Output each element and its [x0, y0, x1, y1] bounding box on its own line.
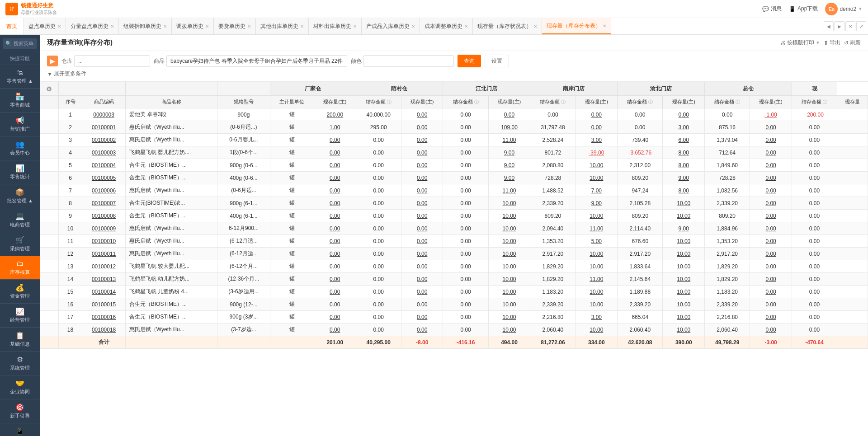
filter-row-1: ▶ 仓库 商品 颜色 查询 设置 [47, 55, 861, 67]
table-row: 1000100009惠氏启赋（Wyeth illu...6-12月900...罐… [40, 222, 868, 235]
sidebar-item-basic-info[interactable]: 📋 基础信息 [0, 328, 40, 352]
setting-button[interactable]: 设置 [485, 55, 509, 67]
sidebar-quick-nav[interactable]: 快捷导航 [0, 52, 40, 65]
sidebar-item-app-center[interactable]: 📱 应用中心 [0, 423, 40, 436]
user-avatar[interactable]: Ea demo2 ▼ [825, 3, 863, 15]
sidebar-item-inventory[interactable]: 🗂 库存核算 [0, 256, 40, 280]
sidebar-item-ecommerce[interactable]: 💻 电商管理 [0, 208, 40, 232]
retail-mgmt-icon: 🛍 [2, 69, 38, 77]
sidebar-item-wholesale[interactable]: 📦 批发管理 ▲ [0, 184, 40, 208]
warehouse-input[interactable] [74, 55, 150, 67]
tab-close-inventory-count[interactable]: ✕ [57, 24, 61, 29]
tab-transfer[interactable]: 调拨单历史 ✕ [172, 18, 214, 34]
system-icon: ⚙ [2, 355, 38, 364]
goods-input[interactable] [166, 55, 347, 67]
table-group-header-row: ⚙ 厂家仓 陌村仓 江北门店 南岸门店 渝北门店 总仓 现 [40, 82, 868, 96]
th-gear: ⚙ [40, 82, 59, 96]
sidebar-label-ecommerce: 电商管理 [2, 221, 38, 228]
finance-icon: 💰 [2, 283, 38, 292]
query-button[interactable]: 查询 [458, 55, 481, 67]
tab-close-cost-adjust[interactable]: ✕ [464, 24, 468, 29]
sidebar-label-operations: 经营管理 [2, 317, 38, 323]
expand-conditions-btn[interactable]: ▼ 展开更多条件 [47, 70, 861, 78]
table-row: 1700100016合生元（BIOSTIME）...900g (3岁...罐0.… [40, 311, 868, 323]
tab-fullscreen-btn[interactable]: ⤢ [856, 21, 866, 31]
table-row: 800100007合生元(BIOSTIME)浓...900g (6-1...罐0… [40, 197, 868, 210]
user-dropdown-icon: ▼ [858, 6, 863, 11]
sidebar-item-purchase[interactable]: 🛒 采购管理 [0, 232, 40, 256]
refresh-button[interactable]: ↺ 刷新 [844, 39, 861, 47]
sidebar-item-operations[interactable]: 📈 经营管理 [0, 304, 40, 328]
sidebar-item-finance[interactable]: 💰 资金管理 [0, 280, 40, 304]
tab-stock-status[interactable]: 现存量（库存状况表） ✕ [473, 18, 542, 34]
settings-icon[interactable]: ⚙ [46, 85, 52, 93]
search-box[interactable]: 🔍 搜索英单 [3, 38, 37, 49]
refresh-label: 刷新 [850, 39, 861, 47]
retail-store-icon: 🏪 [2, 92, 38, 101]
filter-bar: ▶ 仓库 商品 颜色 查询 设置 ▼ 展开更多条 [40, 51, 868, 82]
tab-home[interactable]: 首页 [0, 18, 24, 34]
th-spec [217, 82, 270, 96]
tab-combo-discount[interactable]: 组装拆卸单历史 ✕ [119, 18, 172, 34]
logo-icon: 好 [5, 3, 18, 15]
tab-nav-buttons: ◀ ▶ ✕ ⤢ [822, 21, 868, 31]
sidebar-label-marketing: 营销推广 [2, 126, 38, 132]
export-button[interactable]: ⬆ 导出 [824, 39, 840, 47]
tab-close-all-btn[interactable]: ✕ [845, 21, 855, 31]
tab-close-transfer[interactable]: ✕ [205, 24, 209, 29]
sidebar-item-retail-stats[interactable]: 📊 零售统计 [0, 160, 40, 184]
sidebar-label-inventory: 库存核算 [2, 269, 38, 276]
app-download-btn[interactable]: 📱 App下载 [789, 5, 818, 13]
logo-area: 好 畅捷通好生意 母婴行业演示陈套 [5, 2, 57, 16]
sidebar-item-member[interactable]: 👥 会员中心 [0, 136, 40, 160]
tab-close-material-out[interactable]: ✕ [353, 24, 357, 29]
tab-close-stock-dist[interactable]: ✕ [603, 23, 606, 28]
tab-close-product-in[interactable]: ✕ [411, 24, 415, 29]
tab-product-in[interactable]: 产成品入库单历史 ✕ [362, 18, 420, 34]
warehouse-label: 仓库 [61, 57, 72, 65]
tab-stock-dist[interactable]: 现存量（库存分布表） ✕ [542, 18, 611, 34]
message-icon: 💬 [762, 6, 769, 12]
table-row: 1600100015合生元（BIOSTIME）...900g (12-...罐0… [40, 298, 868, 311]
tab-purchase-order[interactable]: 要货单历史 ✕ [214, 18, 256, 34]
tab-prev-btn[interactable]: ◀ [824, 21, 834, 31]
app-name: 畅捷通好生意 [21, 2, 57, 9]
table-row: 200100001惠氏启赋（Wyeth illu...(0-6月适...)罐1.… [40, 121, 868, 134]
avatar: Ea [825, 3, 838, 15]
tab-close-branch-count[interactable]: ✕ [110, 24, 114, 29]
tab-inventory-count[interactable]: 盘点单历史 ✕ [24, 18, 66, 34]
sidebar-item-corp-collab[interactable]: 🤝 企业协同 [0, 375, 40, 399]
main-layout: 🔍 搜索英单 快捷导航 🛍 零售管理 ▲ 🏪 零售商城 📢 营销推广 👥 会员中… [0, 35, 868, 436]
tab-other-out[interactable]: 其他出库单历史 ✕ [256, 18, 309, 34]
tab-close-other-out[interactable]: ✕ [300, 24, 304, 29]
table-row: 1300100012飞鹤星飞帆 较大婴儿配...(6-12个月...罐0.000… [40, 260, 868, 273]
sidebar-item-system[interactable]: ⚙ 系统管理 [0, 352, 40, 375]
tab-close-purchase-order[interactable]: ✕ [247, 24, 251, 29]
tab-close-combo-discount[interactable]: ✕ [163, 24, 167, 29]
sidebar-label-finance: 资金管理 [2, 293, 38, 300]
sidebar-search-area: 🔍 搜索英单 [0, 35, 40, 52]
color-input[interactable] [363, 55, 454, 67]
tab-cost-adjust[interactable]: 成本调整单历史 ✕ [420, 18, 473, 34]
tab-next-btn[interactable]: ▶ [835, 21, 844, 31]
app-center-icon: 📱 [2, 427, 38, 436]
message-btn[interactable]: 💬 消息 [762, 5, 782, 13]
ecommerce-icon: 💻 [2, 212, 38, 220]
tab-close-stock-status[interactable]: ✕ [533, 24, 537, 29]
tab-branch-count[interactable]: 分量盘点单历史 ✕ [66, 18, 119, 34]
sidebar-item-guide[interactable]: 🎯 新手引导 [0, 399, 40, 423]
sidebar-label-wholesale: 批发管理 ▲ [2, 197, 38, 204]
app-download-icon: 📱 [789, 6, 796, 12]
expand-icon: ▼ [47, 71, 52, 77]
sidebar-item-retail-mgmt[interactable]: 🛍 零售管理 ▲ [0, 65, 40, 89]
table-sub-header-row: 序号 商品编码 商品名称 规格型号 主计量单位 现存量(主) 结存金额 ⓘ 现存… [40, 96, 868, 108]
filter-toggle-btn[interactable]: ▶ [47, 56, 58, 66]
tab-material-out[interactable]: 材料出库单历史 ✕ [309, 18, 362, 34]
inventory-icon: 🗂 [2, 260, 38, 268]
th-current-col: 现存量 [837, 96, 868, 108]
th-rowno: 序号 [58, 96, 82, 108]
sidebar-item-marketing[interactable]: 📢 营销推广 [0, 113, 40, 136]
sidebar-label-retail-mgmt: 零售管理 ▲ [2, 78, 38, 84]
sidebar-item-retail-store[interactable]: 🏪 零售商城 [0, 89, 40, 113]
print-button[interactable]: 🖨 按模版打印 ▼ [780, 39, 820, 47]
